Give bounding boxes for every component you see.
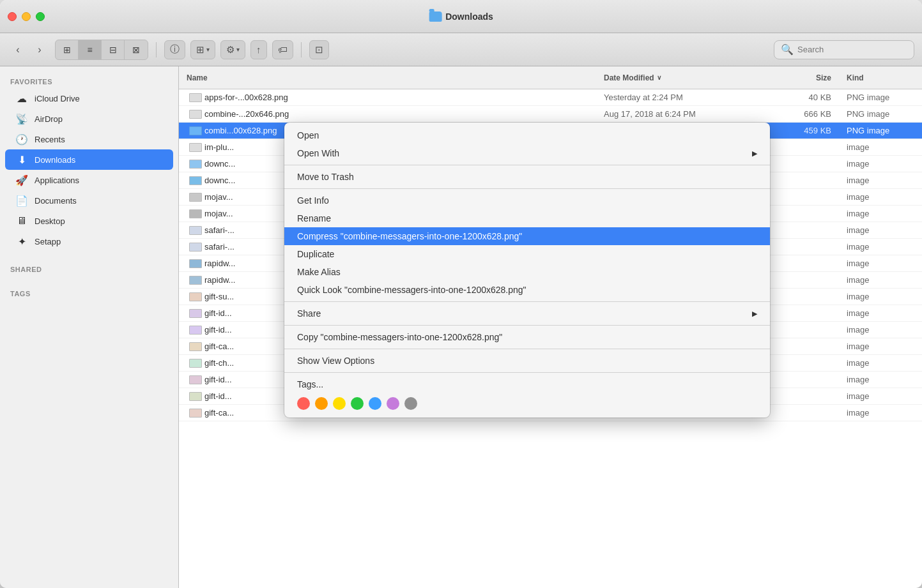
ctx-quick-look[interactable]: Quick Look "combine-messagers-into-one-1… <box>284 281 770 299</box>
search-input[interactable] <box>797 45 907 54</box>
file-kind: image <box>839 192 922 202</box>
file-icon <box>189 159 202 169</box>
icon-view-button[interactable]: ⊞ <box>56 40 79 59</box>
file-kind: image <box>839 358 922 368</box>
file-icon <box>189 325 202 335</box>
traffic-lights <box>8 12 45 21</box>
gallery-view-button[interactable]: ⊠ <box>125 40 148 59</box>
file-icon <box>189 292 202 302</box>
group-button[interactable]: ⊞ ▾ <box>190 40 215 59</box>
sidebar-item-icloud-drive[interactable]: ☁ iCloud Drive <box>5 88 173 109</box>
search-box[interactable]: 🔍 <box>774 40 914 59</box>
info-button[interactable]: ⓘ <box>164 40 185 59</box>
close-button[interactable] <box>8 12 17 21</box>
table-row[interactable]: apps-for-...00x628.png Yesterday at 2:24… <box>179 89 922 106</box>
tag-dot-blue[interactable] <box>369 397 381 410</box>
back-button[interactable]: ‹ <box>8 40 28 60</box>
maximize-button[interactable] <box>36 12 45 21</box>
sidebar-label-applications: Applications <box>35 176 79 185</box>
col-header-kind[interactable]: Kind <box>839 73 922 82</box>
sidebar: Favorites ☁ iCloud Drive 📡 AirDrop 🕐 Rec… <box>0 66 179 588</box>
file-kind: image <box>839 375 922 384</box>
ctx-show-view-options[interactable]: Show View Options <box>284 352 770 370</box>
file-icon <box>189 375 202 385</box>
sidebar-item-desktop[interactable]: 🖥 Desktop <box>5 211 173 231</box>
file-kind: image <box>839 275 922 285</box>
file-icon <box>189 225 202 236</box>
tag-dot-green[interactable] <box>351 397 364 410</box>
sidebar-item-recents[interactable]: 🕐 Recents <box>5 129 173 149</box>
file-icon <box>189 109 202 119</box>
file-kind: image <box>839 342 922 351</box>
ctx-separator-5 <box>284 349 770 349</box>
file-kind: image <box>839 176 922 185</box>
icloud-icon: ☁ <box>15 92 28 105</box>
col-header-name[interactable]: Name <box>179 73 596 82</box>
toolbar: ‹ › ⊞ ≡ ⊟ ⊠ ⓘ ⊞ ▾ ⚙ ▾ ↑ 🏷 ⊡ 🔍 <box>0 33 922 66</box>
file-date: Aug 17, 2018 at 6:24 PM <box>596 109 762 119</box>
tag-dot-red[interactable] <box>297 397 310 410</box>
file-icon <box>189 93 202 103</box>
file-kind: image <box>839 259 922 268</box>
file-kind: PNG image <box>839 126 922 135</box>
sidebar-item-setapp[interactable]: ✦ Setapp <box>5 231 173 252</box>
ctx-make-alias[interactable]: Make Alias <box>284 263 770 281</box>
col-header-size[interactable]: Size <box>762 73 839 82</box>
ctx-open[interactable]: Open <box>284 126 770 144</box>
file-date: Yesterday at 2:24 PM <box>596 93 762 102</box>
ctx-duplicate[interactable]: Duplicate <box>284 245 770 263</box>
share-button[interactable]: ↑ <box>250 40 267 59</box>
quick-look-button[interactable]: ⊡ <box>309 40 329 59</box>
file-icon <box>189 176 202 186</box>
forward-button[interactable]: › <box>29 40 50 60</box>
sidebar-item-downloads[interactable]: ⬇ Downloads <box>5 149 173 170</box>
file-icon <box>189 259 202 269</box>
ctx-compress[interactable]: Compress "combine-messagers-into-one-120… <box>284 227 770 245</box>
list-view-button[interactable]: ≡ <box>79 40 102 59</box>
sidebar-label-icloud-drive: iCloud Drive <box>35 94 80 103</box>
col-header-date[interactable]: Date Modified ∨ <box>596 73 762 82</box>
file-icon <box>189 358 202 368</box>
context-menu: Open Open With ▶ Move to Trash Get Info … <box>284 123 770 418</box>
title-bar-center: Downloads <box>429 11 493 22</box>
tag-dot-gray[interactable] <box>404 397 417 410</box>
sidebar-item-applications[interactable]: 🚀 Applications <box>5 170 173 190</box>
table-row[interactable]: combine-...20x646.png Aug 17, 2018 at 6:… <box>179 106 922 123</box>
minimize-button[interactable] <box>22 12 31 21</box>
action-button[interactable]: ⚙ ▾ <box>220 40 245 59</box>
ctx-get-info[interactable]: Get Info <box>284 192 770 209</box>
ctx-move-to-trash[interactable]: Move to Trash <box>284 168 770 186</box>
tag-dot-purple[interactable] <box>387 397 399 410</box>
favorites-header: Favorites <box>0 74 178 88</box>
ctx-share[interactable]: Share ▶ <box>284 305 770 322</box>
airdrop-icon: 📡 <box>15 112 28 125</box>
file-kind: image <box>839 225 922 235</box>
submenu-arrow: ▶ <box>752 149 757 158</box>
desktop-icon: 🖥 <box>15 215 28 227</box>
ctx-tag-dots-row <box>284 393 770 414</box>
file-kind: image <box>839 159 922 169</box>
file-icon <box>189 209 202 219</box>
file-icon <box>189 242 202 252</box>
tag-dot-orange[interactable] <box>315 397 328 410</box>
tag-dot-yellow[interactable] <box>333 397 346 410</box>
ctx-copy[interactable]: Copy "combine-messagers-into-one-1200x62… <box>284 328 770 346</box>
title-folder-icon <box>429 11 442 22</box>
file-icon <box>189 192 202 202</box>
sidebar-item-airdrop[interactable]: 📡 AirDrop <box>5 109 173 129</box>
shared-header: Shared <box>0 262 178 276</box>
ctx-open-with[interactable]: Open With ▶ <box>284 144 770 162</box>
ctx-tags[interactable]: Tags... <box>284 375 770 393</box>
ctx-rename[interactable]: Rename <box>284 209 770 227</box>
sidebar-label-airdrop: AirDrop <box>35 114 63 124</box>
column-view-button[interactable]: ⊟ <box>102 40 125 59</box>
tag-button[interactable]: 🏷 <box>272 40 293 59</box>
title-bar: Downloads <box>0 0 922 33</box>
file-list-header: Name Date Modified ∨ Size Kind <box>179 66 922 89</box>
file-kind: image <box>839 292 922 301</box>
toolbar-separator-1 <box>156 42 157 57</box>
file-size: 666 KB <box>762 109 839 119</box>
file-kind: image <box>839 408 922 418</box>
file-icon <box>189 126 202 136</box>
sidebar-item-documents[interactable]: 📄 Documents <box>5 190 173 211</box>
